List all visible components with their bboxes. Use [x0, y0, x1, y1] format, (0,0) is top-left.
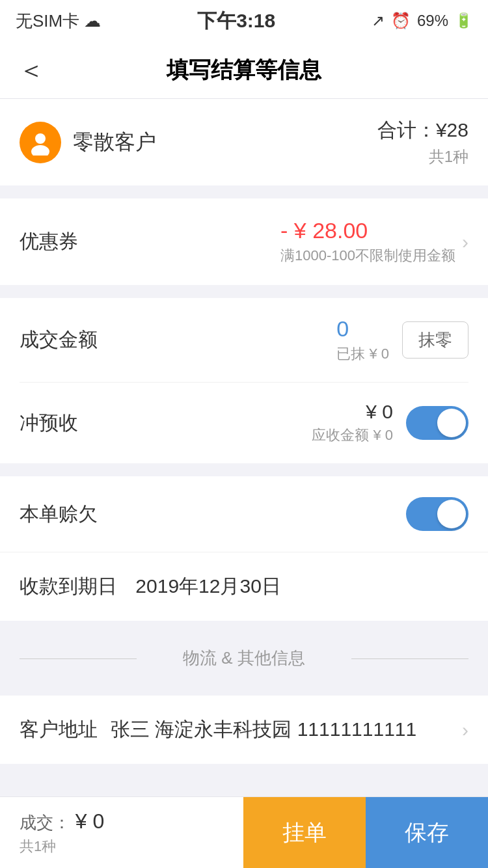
hold-button[interactable]: 挂单 — [243, 797, 366, 869]
logistics-label: 物流 & 其他信息 — [183, 648, 305, 668]
customer-summary: 合计：¥28 共1种 — [377, 117, 468, 167]
debt-section: 本单赊欠 收款到期日 2019年12月30日 — [0, 476, 488, 621]
coupon-discount: - ¥ 28.00 — [280, 218, 455, 243]
status-right: ↗ ⏰ 69% 🔋 — [372, 12, 472, 30]
amount-right: 0 已抹 ¥ 0 抹零 — [336, 316, 468, 364]
due-date-value: 2019年12月30日 — [135, 575, 280, 597]
nav-bar: ＜ 填写结算等信息 — [0, 42, 488, 99]
location-icon: ↗ — [372, 12, 385, 30]
back-button[interactable]: ＜ — [18, 52, 44, 88]
toggle-knob-debt — [437, 500, 466, 528]
chevron-right-icon: › — [462, 719, 468, 741]
amount-value-area: 0 已抹 ¥ 0 — [336, 316, 389, 364]
due-date-label: 收款到期日 — [20, 575, 117, 597]
svg-point-0 — [35, 133, 46, 144]
status-left: 无SIM卡 ☁ — [16, 10, 101, 33]
coupon-detail: - ¥ 28.00 满1000-100不限制使用金额 — [280, 218, 455, 265]
address-label: 客户地址 — [20, 716, 98, 743]
amount-value: 0 — [336, 316, 389, 342]
debt-row: 本单赊欠 — [0, 476, 488, 552]
coupon-value-area: - ¥ 28.00 满1000-100不限制使用金额 › — [280, 218, 468, 265]
prepay-sub: 应收金额 ¥ 0 — [312, 426, 393, 445]
customer-info: 零散客户 — [20, 122, 156, 163]
logistics-divider: 物流 & 其他信息 — [0, 634, 488, 683]
prepay-label: 冲预收 — [20, 410, 78, 437]
bottom-deal-label: 成交： — [20, 813, 70, 832]
prepay-values: ¥ 0 应收金额 ¥ 0 — [312, 401, 393, 445]
customer-row: 零散客户 合计：¥28 共1种 — [0, 99, 488, 185]
address-row[interactable]: 客户地址 张三 海淀永丰科技园 11111111111 › — [0, 696, 488, 764]
prepay-right: ¥ 0 应收金额 ¥ 0 — [312, 401, 468, 445]
status-time: 下午3:18 — [197, 8, 275, 34]
bottom-count: 共1种 — [20, 837, 224, 856]
customer-count: 共1种 — [377, 146, 468, 167]
bottom-deal-amount: ¥ 0 — [75, 809, 104, 833]
alarm-icon: ⏰ — [391, 12, 411, 30]
toggle-knob — [437, 409, 466, 437]
page-title: 填写结算等信息 — [167, 55, 321, 85]
amount-section: 成交金额 0 已抹 ¥ 0 抹零 冲预收 ¥ 0 应收金额 ¥ 0 — [0, 298, 488, 463]
sim-label: 无SIM卡 ☁ — [16, 10, 101, 33]
customer-total: 合计：¥28 — [377, 117, 468, 144]
coupon-row[interactable]: 优惠券 - ¥ 28.00 满1000-100不限制使用金额 › — [0, 198, 488, 285]
save-button[interactable]: 保存 — [366, 797, 488, 869]
coupon-desc: 满1000-100不限制使用金额 — [280, 246, 455, 265]
bottom-deal-line: 成交： ¥ 0 — [20, 809, 224, 834]
prepay-row: 冲预收 ¥ 0 应收金额 ¥ 0 — [0, 383, 488, 463]
debt-toggle[interactable] — [406, 497, 468, 531]
chevron-right-icon: › — [462, 231, 468, 253]
content-area: 零散客户 合计：¥28 共1种 优惠券 - ¥ 28.00 满1000-100不… — [0, 99, 488, 842]
prepay-amount: ¥ 0 — [312, 401, 393, 423]
coupon-label: 优惠券 — [20, 228, 78, 255]
address-value: 张三 海淀永丰科技园 11111111111 — [111, 716, 462, 743]
amount-row: 成交金额 0 已抹 ¥ 0 抹零 — [0, 298, 488, 382]
user-icon — [27, 129, 53, 156]
amount-label: 成交金额 — [20, 327, 98, 353]
due-date-row: 收款到期日 2019年12月30日 — [0, 552, 488, 621]
svg-point-1 — [31, 145, 49, 156]
debt-label: 本单赊欠 — [20, 501, 98, 528]
customer-name: 零散客户 — [73, 128, 156, 157]
battery-icon: 🔋 — [455, 12, 472, 29]
round-button[interactable]: 抹零 — [402, 321, 468, 359]
status-bar: 无SIM卡 ☁ 下午3:18 ↗ ⏰ 69% 🔋 — [0, 0, 488, 42]
amount-sub: 已抹 ¥ 0 — [336, 344, 389, 364]
bottom-bar: 成交： ¥ 0 共1种 挂单 保存 — [0, 796, 488, 868]
avatar — [20, 122, 61, 163]
battery-label: 69% — [417, 12, 448, 30]
address-section[interactable]: 客户地址 张三 海淀永丰科技园 11111111111 › — [0, 696, 488, 764]
prepay-toggle[interactable] — [406, 406, 468, 440]
bottom-info: 成交： ¥ 0 共1种 — [0, 809, 243, 856]
